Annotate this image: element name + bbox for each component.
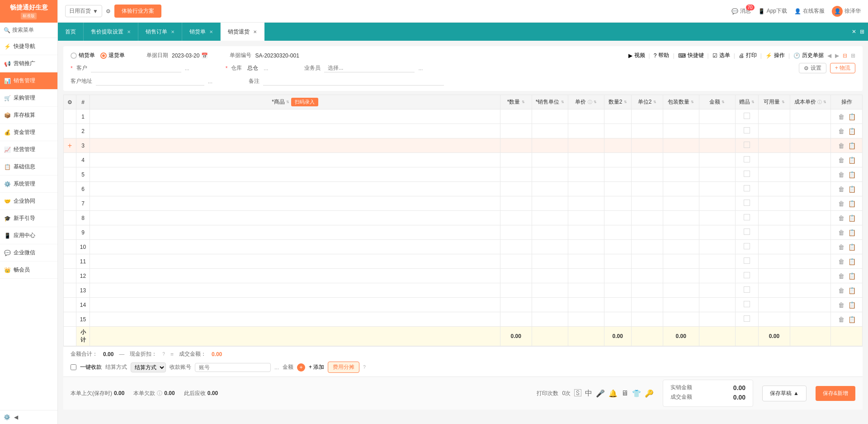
row-qty2-15[interactable]	[604, 312, 631, 327]
row-avail-3[interactable]	[759, 138, 790, 153]
row-gift-7[interactable]	[735, 196, 758, 211]
row-pkg-qty-7[interactable]	[663, 196, 699, 211]
expense-btn[interactable]: 费用分摊	[328, 362, 359, 373]
row-gift-1[interactable]	[735, 110, 758, 124]
row-unit2-13[interactable]	[631, 283, 663, 298]
row-product-12[interactable]	[90, 269, 500, 283]
nav-prev[interactable]: ◀	[827, 52, 831, 59]
row-amount-13[interactable]	[699, 283, 735, 298]
row-qty-15[interactable]	[500, 312, 532, 327]
row-unit-price-4[interactable]	[568, 153, 604, 167]
row-product-9[interactable]	[90, 225, 500, 240]
delete-icon-9[interactable]: 🗑	[837, 228, 846, 237]
sidebar-item-marketing[interactable]: 📢 营销推广	[0, 55, 57, 72]
row-product-13[interactable]	[90, 283, 500, 298]
address-input[interactable]	[96, 77, 204, 86]
topbar-gear-icon[interactable]: ⚙	[106, 8, 111, 14]
row-unit-price-13[interactable]	[568, 283, 604, 298]
copy-icon-8[interactable]: 📋	[848, 214, 857, 223]
row-amount-5[interactable]	[699, 167, 735, 182]
sidebar-item-sales[interactable]: 📊 销售管理	[0, 72, 57, 90]
row-unit-price-15[interactable]	[568, 312, 604, 327]
gift-checkbox-4[interactable]	[744, 156, 750, 162]
row-unit2-9[interactable]	[631, 225, 663, 240]
row-gift-5[interactable]	[735, 167, 758, 182]
row-amount-4[interactable]	[699, 153, 735, 167]
row-qty-7[interactable]	[500, 196, 532, 211]
row-qty2-7[interactable]	[604, 196, 631, 211]
row-gift-2[interactable]	[735, 124, 758, 138]
copy-icon-3[interactable]: 📋	[848, 141, 857, 150]
row-plus-icon[interactable]: +	[68, 142, 72, 149]
gift-checkbox-5[interactable]	[744, 171, 750, 177]
row-cost-10[interactable]	[790, 240, 831, 254]
video-btn[interactable]: ▶ 视频	[628, 52, 645, 59]
row-sale-unit-4[interactable]	[532, 153, 568, 167]
row-avail-2[interactable]	[759, 124, 790, 138]
row-gift-13[interactable]	[735, 283, 758, 298]
sidebar-item-enterprise-wechat[interactable]: 💬 企业微信	[0, 244, 57, 262]
tab-sale-delivery-close[interactable]: ✕	[209, 29, 213, 34]
row-qty-6[interactable]	[500, 182, 532, 196]
row-sale-unit-14[interactable]	[532, 298, 568, 312]
address-dots[interactable]: ...	[208, 78, 212, 85]
row-amount-6[interactable]	[699, 182, 735, 196]
gift-checkbox-8[interactable]	[744, 214, 750, 220]
copy-icon-14[interactable]: 📋	[848, 300, 857, 310]
gift-checkbox-11[interactable]	[744, 257, 750, 264]
sidebar-item-operation[interactable]: 📈 经营管理	[0, 141, 57, 158]
row-unit2-3[interactable]	[631, 138, 663, 153]
row-product-2[interactable]	[90, 124, 500, 138]
delete-icon-5[interactable]: 🗑	[837, 170, 846, 179]
row-avail-12[interactable]	[759, 269, 790, 283]
message-btn[interactable]: 💬 消息 70	[731, 7, 751, 15]
gift-checkbox-13[interactable]	[744, 286, 750, 293]
copy-icon-11[interactable]: 📋	[848, 257, 857, 266]
shortcut-btn[interactable]: ⌨ 快捷键	[678, 52, 704, 59]
row-product-10[interactable]	[90, 240, 500, 254]
delete-icon-14[interactable]: 🗑	[837, 300, 846, 310]
scan-btn[interactable]: 扫码录入	[291, 98, 318, 106]
tab-sale-price-close[interactable]: ✕	[127, 29, 131, 34]
row-sale-unit-5[interactable]	[532, 167, 568, 182]
copy-icon-6[interactable]: 📋	[848, 185, 857, 194]
copy-icon-9[interactable]: 📋	[848, 228, 857, 237]
row-amount-7[interactable]	[699, 196, 735, 211]
row-cost-12[interactable]	[790, 269, 831, 283]
row-qty-4[interactable]	[500, 153, 532, 167]
row-qty2-14[interactable]	[604, 298, 631, 312]
delete-icon-1[interactable]: 🗑	[837, 112, 846, 121]
app-download-btn[interactable]: 📱 App下载	[758, 7, 787, 15]
row-avail-6[interactable]	[759, 182, 790, 196]
row-amount-9[interactable]	[699, 225, 735, 240]
delete-icon-2[interactable]: 🗑	[837, 127, 846, 136]
row-cost-9[interactable]	[790, 225, 831, 240]
row-cost-1[interactable]	[790, 110, 831, 124]
row-cost-7[interactable]	[790, 196, 831, 211]
row-unit-price-6[interactable]	[568, 182, 604, 196]
row-amount-1[interactable]	[699, 110, 735, 124]
delete-icon-8[interactable]: 🗑	[837, 214, 846, 223]
delete-icon-10[interactable]: 🗑	[837, 243, 846, 252]
row-sale-unit-8[interactable]	[532, 211, 568, 225]
product-input-active[interactable]	[93, 143, 497, 149]
copy-icon-5[interactable]: 📋	[848, 170, 857, 179]
row-unit-price-14[interactable]	[568, 298, 604, 312]
row-sale-unit-9[interactable]	[532, 225, 568, 240]
row-unit-price-3[interactable]	[568, 138, 604, 153]
row-avail-4[interactable]	[759, 153, 790, 167]
radio-return[interactable]: 退货单	[100, 52, 125, 59]
add-logistics-btn[interactable]: + 物流	[830, 63, 855, 73]
row-unit-price-10[interactable]	[568, 240, 604, 254]
row-unit2-5[interactable]	[631, 167, 663, 182]
row-pkg-qty-13[interactable]	[663, 283, 699, 298]
row-qty-8[interactable]	[500, 211, 532, 225]
row-qty2-6[interactable]	[604, 182, 631, 196]
equals-sign[interactable]: =	[170, 351, 174, 357]
sidebar-item-system[interactable]: ⚙️ 系统管理	[0, 176, 57, 193]
row-avail-9[interactable]	[759, 225, 790, 240]
row-qty2-2[interactable]	[604, 124, 631, 138]
gift-checkbox-9[interactable]	[744, 229, 750, 235]
row-sale-unit-15[interactable]	[532, 312, 568, 327]
sidebar-item-purchase[interactable]: 🛒 采购管理	[0, 90, 57, 107]
